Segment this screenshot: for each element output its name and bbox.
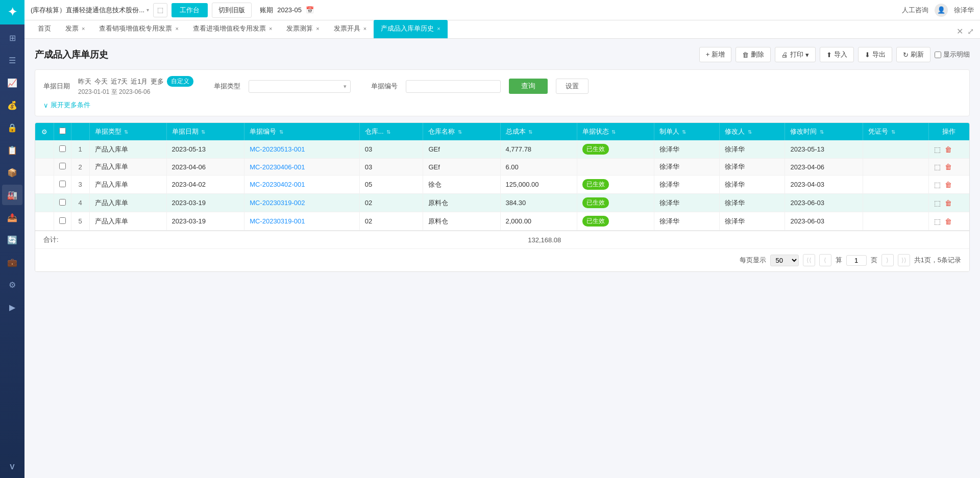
- tab-close-all-icon[interactable]: ✕: [957, 27, 963, 36]
- user-service[interactable]: 人工咨询: [902, 6, 928, 15]
- row-number-1[interactable]: MC-20230406-001: [244, 159, 360, 175]
- tab-invoice-issue-close[interactable]: ×: [363, 26, 366, 32]
- prev-page-btn[interactable]: ⟨: [819, 254, 831, 266]
- date-yesterday[interactable]: 昨天: [78, 77, 91, 86]
- col-warehouse-name-header[interactable]: 仓库名称 ⇅: [423, 123, 500, 140]
- page-number-input[interactable]: [846, 255, 867, 266]
- date-7days[interactable]: 近7天: [111, 77, 128, 86]
- tab-invoice-calc[interactable]: 发票测算 ×: [279, 20, 326, 38]
- row-delete-icon-3[interactable]: 🗑: [945, 199, 952, 207]
- col-warehouse-code-header[interactable]: 仓库... ⇅: [359, 123, 423, 140]
- row-number-4[interactable]: MC-20230319-001: [244, 212, 360, 231]
- row-delete-icon-0[interactable]: 🗑: [945, 145, 952, 154]
- sidebar-item-home[interactable]: ⊞: [2, 28, 22, 48]
- row-checkbox-4[interactable]: [54, 212, 71, 231]
- col-settings-header[interactable]: ⚙: [35, 123, 54, 140]
- row-number-link-4[interactable]: MC-20230319-001: [250, 217, 305, 225]
- workbench-button[interactable]: 工作台: [172, 3, 208, 17]
- tab-sales-invoice[interactable]: 查看销项增值税专用发票 ×: [92, 20, 185, 38]
- company-selector[interactable]: (库存核算）直播轻捷通信息技术股份... ▾: [31, 6, 149, 15]
- last-page-btn[interactable]: ⟩⟩: [898, 254, 910, 266]
- avatar[interactable]: 👤: [935, 4, 948, 17]
- copy-icon[interactable]: ⬚: [153, 3, 167, 17]
- tab-sales-invoice-close[interactable]: ×: [175, 26, 178, 32]
- tab-product-history-close[interactable]: ×: [437, 26, 440, 32]
- sidebar-item-expense[interactable]: 💼: [2, 252, 22, 272]
- row-checkbox-3[interactable]: [54, 194, 71, 212]
- calendar-icon[interactable]: 📅: [306, 6, 314, 14]
- print-button[interactable]: 🖨 打印 ▾: [775, 47, 816, 62]
- sidebar-item-menu[interactable]: ☰: [2, 50, 22, 70]
- sidebar-item-purchase[interactable]: 📤: [2, 207, 22, 228]
- sidebar-item-finance[interactable]: 💰: [2, 95, 22, 115]
- row-settings-1: [35, 159, 54, 175]
- tab-invoice-close[interactable]: ×: [82, 26, 85, 32]
- row-delete-icon-2[interactable]: 🗑: [945, 181, 952, 189]
- row-number-link-0[interactable]: MC-20230513-001: [250, 145, 305, 153]
- row-edit-icon-1[interactable]: ⬚: [934, 163, 941, 171]
- row-actions-4: ⬚ 🗑: [928, 212, 969, 231]
- row-number-2[interactable]: MC-20230402-001: [244, 175, 360, 194]
- tab-invoice-issue[interactable]: 发票开具 ×: [327, 20, 374, 38]
- query-button[interactable]: 查询: [509, 79, 548, 94]
- date-custom[interactable]: 自定义: [167, 76, 193, 87]
- sidebar-item-docs[interactable]: 📋: [2, 140, 22, 160]
- row-checkbox-0[interactable]: [54, 140, 71, 159]
- row-number-3[interactable]: MC-20230319-002: [244, 194, 360, 212]
- new-button[interactable]: + 新增: [699, 47, 731, 62]
- row-edit-icon-2[interactable]: ⬚: [934, 181, 941, 189]
- tab-product-history[interactable]: 产成品入库单历史 ×: [374, 20, 447, 38]
- sidebar-item-video[interactable]: ▶: [2, 297, 22, 317]
- date-1month[interactable]: 近1月: [131, 77, 148, 86]
- tab-invoice-calc-close[interactable]: ×: [316, 26, 319, 32]
- sidebar-item-version[interactable]: V: [2, 457, 22, 477]
- number-input[interactable]: [406, 80, 501, 93]
- col-status-header[interactable]: 单据状态 ⇅: [577, 123, 654, 140]
- col-type-header[interactable]: 单据类型 ⇅: [89, 123, 166, 140]
- sidebar-item-settings[interactable]: ⚙: [2, 274, 22, 295]
- import-button[interactable]: ⬆ 导入: [820, 47, 854, 62]
- type-select[interactable]: 产品入库单: [249, 80, 351, 93]
- first-page-btn[interactable]: ⟨⟨: [803, 254, 815, 266]
- row-number-link-1[interactable]: MC-20230406-001: [250, 163, 305, 171]
- per-page-select[interactable]: 50 100 200: [770, 255, 799, 266]
- row-delete-icon-1[interactable]: 🗑: [945, 163, 952, 171]
- row-edit-icon-4[interactable]: ⬚: [934, 217, 941, 225]
- export-button[interactable]: ⬇ 导出: [858, 47, 892, 62]
- row-number-link-3[interactable]: MC-20230319-002: [250, 199, 305, 207]
- sidebar-item-supply[interactable]: 🔄: [2, 230, 22, 250]
- row-checkbox-2[interactable]: [54, 175, 71, 194]
- row-edit-icon-3[interactable]: ⬚: [934, 199, 941, 207]
- col-number-header[interactable]: 单据编号 ⇅: [244, 123, 360, 140]
- tab-purchase-invoice[interactable]: 查看进项增值税专用发票 ×: [186, 20, 279, 38]
- tab-expand-icon[interactable]: ⤢: [967, 27, 974, 36]
- col-modifier-header[interactable]: 修改人 ⇅: [720, 123, 785, 140]
- sidebar-item-report[interactable]: 📈: [2, 72, 22, 93]
- row-edit-icon-0[interactable]: ⬚: [934, 145, 941, 154]
- tab-purchase-invoice-close[interactable]: ×: [269, 26, 272, 32]
- show-detail-checkbox[interactable]: [935, 52, 941, 58]
- expand-conditions-button[interactable]: ∨ 展开更多条件: [43, 100, 90, 110]
- next-page-btn[interactable]: ⟩: [881, 254, 894, 266]
- tab-home[interactable]: 首页: [31, 20, 58, 38]
- row-number-0[interactable]: MC-20230513-001: [244, 140, 360, 159]
- switch-old-button[interactable]: 切到旧版: [212, 3, 252, 18]
- sidebar-item-security[interactable]: 🔒: [2, 117, 22, 138]
- col-modify-time-header[interactable]: 修改时间 ⇅: [785, 123, 863, 140]
- col-cost-header[interactable]: 总成本 ⇅: [500, 123, 577, 140]
- col-date-header[interactable]: 单据日期 ⇅: [166, 123, 244, 140]
- sidebar-item-production[interactable]: 🏭: [2, 185, 22, 205]
- col-creator-header[interactable]: 制单人 ⇅: [654, 123, 719, 140]
- tab-invoice[interactable]: 发票 ×: [58, 20, 92, 38]
- refresh-button[interactable]: ↻ 刷新: [896, 47, 930, 62]
- sidebar-item-inventory[interactable]: 📦: [2, 162, 22, 183]
- row-checkbox-1[interactable]: [54, 159, 71, 175]
- delete-button[interactable]: 🗑 删除: [736, 47, 771, 62]
- col-voucher-header[interactable]: 凭证号 ⇅: [863, 123, 928, 140]
- date-more[interactable]: 更多: [151, 77, 164, 86]
- row-number-link-2[interactable]: MC-20230402-001: [250, 181, 305, 188]
- date-today[interactable]: 今天: [94, 77, 108, 86]
- set-button[interactable]: 设置: [556, 79, 589, 94]
- row-delete-icon-4[interactable]: 🗑: [945, 217, 952, 225]
- select-all-checkbox[interactable]: [59, 128, 66, 134]
